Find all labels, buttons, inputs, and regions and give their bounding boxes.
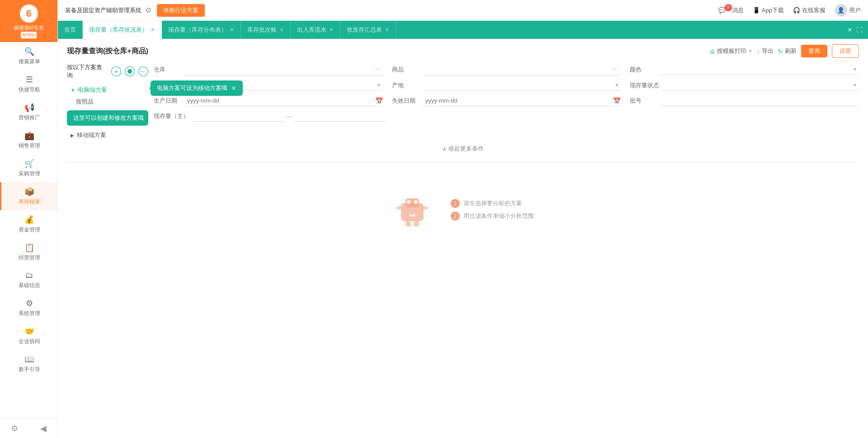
empty-state: 1 请先选择要分析的方案 2 用过滤条件来缩小分析范围 (58, 162, 868, 257)
sidebar-item-label: 系统管理 (19, 310, 40, 317)
warehouse-dots[interactable]: ··· (374, 65, 380, 73)
export-btn[interactable]: ↑ 导出 (757, 47, 774, 55)
production-date-filter: 生产日期 📅 (154, 95, 383, 106)
logo-icon: 6 (20, 5, 38, 23)
support-btn[interactable]: 🎧 在线客服 (793, 6, 826, 14)
mobile-scheme-item[interactable]: ▶ 移动端方案 (67, 129, 148, 141)
stock-status-label: 现存量状态 (630, 81, 659, 89)
print-btn[interactable]: 🖨 按模板打印 ▼ (709, 47, 753, 55)
refresh-btn[interactable]: ↻ 刷新 (778, 47, 797, 55)
sidebar-logo: 6 畅捷通好生意 标准版 (0, 0, 57, 42)
print-icon: 🖨 (709, 48, 715, 55)
tab-inventory-dist[interactable]: 现存量（库存分布表） ✕ (162, 21, 241, 39)
batch-filter: 批号 (630, 95, 859, 106)
tab-close-batch-accounts[interactable]: ✕ (279, 27, 284, 33)
stock-min-input[interactable] (193, 111, 284, 122)
production-date-cal-icon[interactable]: 📅 (375, 97, 383, 104)
back-btn[interactable]: ← (138, 66, 148, 76)
tab-close-receive-summary[interactable]: ✕ (385, 27, 389, 33)
svg-rect-5 (396, 207, 402, 209)
sidebar-item-label: 营销推广 (19, 114, 40, 122)
message-btn[interactable]: 💬 9 消息 (718, 6, 744, 14)
system-icon: ⚙ (26, 298, 33, 308)
sub-scheme-item[interactable]: 按照品 (67, 96, 148, 108)
sidebar-item-purchase[interactable]: 🛒 采购管理 (0, 154, 57, 182)
operations-icon: 📋 (24, 243, 34, 253)
sidebar-item-label: 经营管理 (19, 254, 40, 262)
app-icon: 📱 (753, 7, 760, 14)
sidebar-item-sales[interactable]: 💼 销售管理 (0, 126, 57, 154)
page-actions: 🖨 按模板打印 ▼ ↑ 导出 ↻ 刷新 查询 设置 (709, 44, 859, 58)
expiry-date-input[interactable] (423, 95, 613, 106)
user-menu[interactable]: 👤 用户 (835, 4, 861, 17)
create-tooltip-close[interactable]: ✕ (147, 114, 153, 122)
svg-point-2 (407, 200, 410, 204)
inventory-icon: 📦 (24, 187, 34, 197)
purchase-icon: 🛒 (24, 159, 34, 169)
tab-home[interactable]: 首页 (58, 21, 83, 39)
trial-btn[interactable]: 体验行业方案 (157, 4, 205, 17)
add-scheme-btn[interactable]: + (111, 66, 121, 76)
sidebar-item-label: 基础信息 (19, 282, 40, 289)
production-date-input[interactable] (184, 95, 375, 106)
export-icon: ↑ (757, 48, 760, 55)
desktop-scheme-item[interactable]: ▼ 电脑端方案 (67, 84, 148, 96)
sidebar-settings-btn[interactable]: ⚙ (11, 424, 18, 433)
sidebar-item-label: 销售管理 (19, 142, 40, 150)
tab-close-inventory-status[interactable]: ✕ (151, 27, 155, 33)
print-chevron-icon: ▼ (748, 49, 753, 54)
topbar-settings-icon[interactable]: ⚙ (145, 6, 151, 14)
stock-main-label: 现存量（主） (154, 112, 189, 120)
refresh-icon: ↻ (778, 48, 783, 55)
origin-select-wrapper: ▼ (423, 80, 621, 91)
tab-in-out-flow[interactable]: 出入库流水 ✕ (291, 21, 340, 39)
enterprise-icon: 🤝 (24, 326, 34, 336)
tab-close-inventory-dist[interactable]: ✕ (230, 27, 234, 33)
scheme-tooltip-close[interactable]: ✕ (231, 85, 236, 92)
sidebar-item-enterprise[interactable]: 🤝 企业协同 (0, 322, 57, 350)
app-download-btn[interactable]: 📱 App下载 (753, 6, 784, 14)
warehouse-label: 仓库 (154, 66, 181, 74)
sidebar-item-quick-nav[interactable]: ☰ 快捷导航 (0, 70, 57, 98)
sidebar-item-operations[interactable]: 📋 经营管理 (0, 238, 57, 266)
refresh-scheme-btn[interactable]: ↺ (125, 66, 135, 76)
create-tooltip-container: 这里可以创建和修改方案哦 ✕ (67, 110, 148, 126)
create-tooltip-section: 这里可以创建和修改方案哦 ✕ (67, 110, 148, 127)
stock-max-input[interactable] (294, 111, 386, 122)
tab-close-in-out-flow[interactable]: ✕ (329, 27, 334, 33)
stock-status-select[interactable] (663, 80, 859, 90)
tabbar: 首页 现存量（库存状况表） ✕ 现存量（库存分布表） ✕ 库存批次账 ✕ 出入库… (58, 21, 868, 39)
collapse-btn[interactable]: ∧ 收起更多条件 (67, 141, 859, 156)
svg-rect-7 (406, 221, 411, 226)
sidebar-item-label: 搜索菜单 (19, 58, 40, 66)
origin-select[interactable] (423, 80, 621, 90)
setting-btn[interactable]: 设置 (832, 44, 859, 58)
tab-batch-accounts[interactable]: 库存批次账 ✕ (241, 21, 291, 39)
filter-area: 按以下方案查询 + ↺ ← ▼ 电脑端方案 (58, 58, 868, 162)
batch-label: 批号 (630, 97, 657, 105)
sidebar-item-finance[interactable]: 💰 资金管理 (0, 210, 57, 238)
tab-receive-summary[interactable]: 收发存汇总表 ✕ (340, 21, 396, 39)
goods-dots[interactable]: ··· (612, 65, 618, 73)
tabbar-expand-icon[interactable]: ⛶ (856, 26, 863, 33)
color-select[interactable] (660, 64, 859, 75)
batch-input[interactable] (660, 95, 859, 106)
sidebar-collapse-btn[interactable]: ◀ (40, 424, 47, 433)
step-num-2: 2 (451, 212, 460, 221)
sidebar-item-guide[interactable]: 📖 新手引导 (0, 350, 57, 378)
sidebar-item-marketing[interactable]: 📢 营销推广 (0, 98, 57, 126)
sidebar-item-label: 快捷导航 (19, 86, 40, 94)
sidebar-item-system[interactable]: ⚙ 系统管理 (0, 294, 57, 322)
search-icon: 🔍 (24, 47, 34, 57)
query-btn[interactable]: 查询 (801, 45, 827, 57)
sidebar-item-search[interactable]: 🔍 搜索菜单 (0, 42, 57, 70)
tab-inventory-status[interactable]: 现存量（库存状况表） ✕ (83, 21, 162, 39)
expiry-date-cal-icon[interactable]: 📅 (613, 97, 621, 104)
sidebar-item-label: 资金管理 (19, 226, 40, 234)
create-tooltip: 这里可以创建和修改方案哦 ✕ (67, 110, 148, 126)
topbar-right: 💬 9 消息 📱 App下载 🎧 在线客服 👤 用户 (718, 4, 861, 17)
sidebar-footer: ⚙ ◀ (0, 419, 57, 438)
sidebar-item-inventory[interactable]: 📦 库存核算 (0, 182, 57, 210)
sidebar-item-base-info[interactable]: 🗂 基础信息 (0, 266, 57, 294)
tabbar-close-all-icon[interactable]: ✕ (847, 26, 853, 33)
